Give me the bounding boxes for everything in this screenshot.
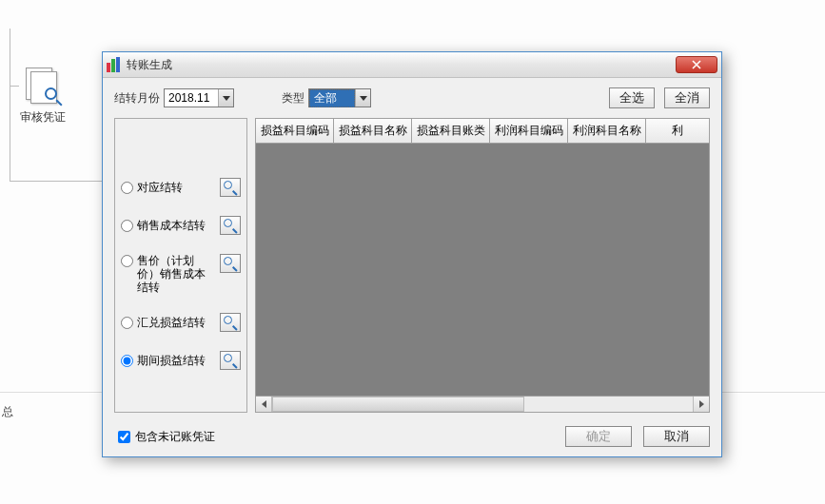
include-unposted-checkbox-row[interactable]: 包含未记账凭证 [118, 429, 215, 445]
radio-input-2[interactable] [121, 220, 133, 232]
col-pl-category[interactable]: 损益科目账类 [412, 119, 490, 144]
search-icon [224, 219, 237, 232]
desktop-icon-label: 审核凭证 [19, 109, 67, 126]
horizontal-scrollbar[interactable] [255, 397, 710, 413]
scroll-right-button[interactable] [693, 397, 709, 412]
col-pl-code[interactable]: 损益科目编码 [256, 119, 334, 144]
radio-exchange-transfer[interactable]: 汇兑损益结转 [121, 313, 241, 332]
radio-input-1[interactable] [121, 182, 133, 194]
bg-text-fragment: 总 [2, 404, 13, 420]
transfer-type-panel: 对应结转 销售成本结转 售价（计划价）销售成本结转 汇兑损益结转 [114, 118, 247, 413]
lookup-button-4[interactable] [220, 313, 241, 332]
search-icon [224, 316, 237, 329]
grid-body[interactable] [255, 144, 710, 397]
arrow-right-icon [699, 400, 704, 408]
col-profit-name[interactable]: 利润科目名称 [568, 119, 646, 144]
chevron-down-icon [360, 96, 367, 101]
month-combo[interactable]: 2018.11 [164, 88, 234, 107]
radio-label-3: 售价（计划价）销售成本结转 [137, 254, 216, 294]
bottom-controls: 包含未记账凭证 确定 取消 [114, 426, 710, 447]
radio-input-4[interactable] [121, 317, 133, 329]
lookup-button-1[interactable] [220, 178, 241, 197]
chevron-down-icon [223, 96, 230, 101]
lookup-button-5[interactable] [220, 351, 241, 370]
type-label: 类型 [282, 90, 304, 107]
month-dropdown-button[interactable] [218, 89, 233, 107]
radio-label-1: 对应结转 [137, 181, 216, 194]
type-combo[interactable]: 全部 [308, 88, 371, 107]
scroll-left-button[interactable] [256, 397, 272, 412]
cancel-button[interactable]: 取消 [643, 426, 710, 447]
col-pl-name[interactable]: 损益科目名称 [334, 119, 412, 144]
include-unposted-label: 包含未记账凭证 [135, 429, 215, 445]
app-chart-icon [107, 57, 122, 72]
dialog-title: 转账生成 [127, 57, 676, 73]
month-value: 2018.11 [165, 91, 218, 105]
type-value: 全部 [309, 89, 355, 107]
close-button[interactable] [676, 56, 717, 73]
radio-label-5: 期间损益结转 [137, 354, 216, 367]
radio-label-4: 汇兑损益结转 [137, 316, 216, 329]
col-partial[interactable]: 利 [646, 119, 710, 144]
radio-input-3[interactable] [121, 255, 133, 267]
search-icon [224, 257, 237, 270]
desktop-icon-audit[interactable]: 审核凭证 [19, 67, 67, 126]
radio-corresponding-transfer[interactable]: 对应结转 [121, 178, 241, 197]
scroll-thumb[interactable] [272, 397, 524, 412]
radio-planned-price-transfer[interactable]: 售价（计划价）销售成本结转 [121, 254, 241, 294]
top-controls: 结转月份 2018.11 类型 全部 全选 全消 [114, 87, 710, 108]
transfer-generate-dialog: 转账生成 结转月份 2018.11 类型 全部 全选 全消 [102, 51, 722, 457]
arrow-left-icon [262, 400, 266, 408]
scroll-track[interactable] [272, 397, 693, 412]
col-profit-code[interactable]: 利润科目编码 [490, 119, 568, 144]
radio-input-5[interactable] [121, 355, 133, 367]
lookup-button-3[interactable] [220, 254, 241, 273]
radio-label-2: 销售成本结转 [137, 219, 216, 232]
radio-period-profit-loss[interactable]: 期间损益结转 [121, 351, 241, 370]
close-icon [692, 60, 701, 69]
document-search-icon [24, 67, 62, 105]
dialog-titlebar[interactable]: 转账生成 [103, 52, 721, 78]
grid-header-row: 损益科目编码 损益科目名称 损益科目账类 利润科目编码 利润科目名称 利 [255, 118, 710, 144]
ok-button[interactable]: 确定 [565, 426, 632, 447]
month-label: 结转月份 [114, 90, 160, 107]
select-all-button[interactable]: 全选 [609, 87, 655, 108]
data-grid: 损益科目编码 损益科目名称 损益科目账类 利润科目编码 利润科目名称 利 [255, 118, 710, 413]
include-unposted-checkbox[interactable] [118, 431, 130, 443]
deselect-all-button[interactable]: 全消 [664, 87, 710, 108]
type-dropdown-button[interactable] [355, 89, 370, 107]
radio-sales-cost-transfer[interactable]: 销售成本结转 [121, 216, 241, 235]
search-icon [224, 354, 237, 367]
search-icon [224, 181, 237, 194]
lookup-button-2[interactable] [220, 216, 241, 235]
